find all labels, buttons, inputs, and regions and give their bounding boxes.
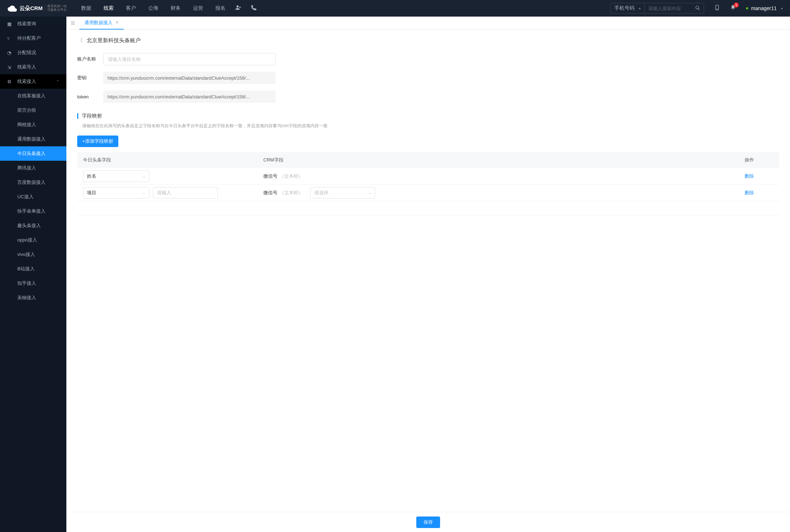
user-menu[interactable]: manager11 ▾: [746, 5, 783, 11]
th-toutiao: 今日头条字段: [83, 157, 263, 163]
sidebar-item[interactable]: ▦线索查询: [0, 17, 66, 31]
menu-icon: ▿: [7, 36, 13, 41]
main-nav: 数据线索客户公海财务运营报名: [81, 5, 225, 12]
menu-icon: ⚙: [7, 79, 13, 84]
section-header: 字段映射: [77, 113, 779, 119]
logo-subtitle: 教育机构一站 式服务云平台: [45, 5, 67, 12]
search-icon[interactable]: [692, 5, 704, 12]
chevron-down-icon: ▾: [781, 6, 783, 10]
chevron-down-icon: ⌄: [368, 191, 371, 195]
sidebar-subitem[interactable]: UC接入: [0, 190, 66, 204]
notification-badge: 5: [734, 3, 739, 8]
sidebar-subitem[interactable]: vivo接入: [0, 247, 66, 262]
nav-item[interactable]: 数据: [81, 5, 91, 12]
sidebar-toggle-icon[interactable]: [66, 21, 79, 26]
content: 〈 北京昱新科技头条账户 账户名称 密钥 https://crm.yunduoc…: [66, 30, 790, 512]
sidebar-item[interactable]: ⇲线索导入: [0, 60, 66, 74]
crm-field-value: 微信号: [263, 190, 277, 196]
sidebar-subitem[interactable]: 美柚接入: [0, 291, 66, 305]
table-header: 今日头条字段 CRM字段 操作: [77, 152, 779, 168]
secret-value: https://crm.yunduocrm.com/externalData/s…: [103, 72, 276, 84]
add-mapping-button[interactable]: +添加字段映射: [77, 136, 118, 147]
crm-field-value: 微信号: [263, 173, 277, 179]
token-value: https://crm.yunduocrm.com/externalData/s…: [103, 90, 276, 103]
main-area: 通用数据接入 ✕ 〈 北京昱新科技头条账户 账户名称 密钥 https://cr…: [66, 17, 790, 532]
sidebar-subitem[interactable]: 通用数据接入: [0, 132, 66, 146]
sidebar-item[interactable]: ◔分配情况: [0, 45, 66, 60]
crm-field-hint: （文本框）: [280, 173, 303, 179]
close-icon[interactable]: ✕: [115, 20, 119, 25]
phone-icon[interactable]: [251, 4, 257, 12]
table-row: 姓名 ⌄ 微信号（文本框） 删除: [77, 168, 779, 185]
top-header: 云朵CRM 教育机构一站 式服务云平台 数据线索客户公海财务运营报名 手机号码 …: [0, 0, 790, 17]
username: manager11: [751, 5, 777, 11]
sidebar-subitem[interactable]: 百度数据接入: [0, 175, 66, 190]
cloud-icon: [7, 3, 17, 13]
table-row: 项目 ⌄ 微信号（文本框） 请选择 ⌄ 删除: [77, 185, 779, 201]
page-title: 北京昱新科技头条账户: [87, 37, 141, 44]
nav-item[interactable]: 财务: [171, 5, 181, 12]
sidebar-item[interactable]: ⚙线索接入⌃: [0, 74, 66, 89]
toutiao-field-select[interactable]: 姓名 ⌄: [83, 170, 149, 182]
logo-text: 云朵CRM: [19, 5, 43, 12]
menu-icon: ⇲: [7, 65, 13, 70]
svg-point-0: [237, 5, 239, 8]
tab-active[interactable]: 通用数据接入 ✕: [79, 17, 124, 30]
tabs-bar: 通用数据接入 ✕: [66, 17, 790, 30]
section-tip: 请确保您在此填写的头条自定义字段名称与在今日头条平台中自定义的字段名称一致，并且…: [77, 123, 779, 129]
user-add-icon[interactable]: [235, 4, 241, 12]
search-group: 手机号码 ▾: [610, 3, 704, 14]
account-name-input[interactable]: [103, 53, 276, 65]
sidebar-subitem[interactable]: 留言分组: [0, 103, 66, 118]
search-type-select[interactable]: 手机号码 ▾: [611, 3, 645, 13]
chevron-up-icon: ⌃: [56, 80, 59, 84]
sidebar: ▦线索查询▿待分配客户◔分配情况⇲线索导入⚙线索接入⌃在线客服接入留言分组网校接…: [0, 17, 66, 532]
nav-item[interactable]: 报名: [215, 5, 225, 12]
nav-item[interactable]: 运营: [193, 5, 203, 12]
mobile-icon[interactable]: [714, 5, 720, 12]
toutiao-extra-input[interactable]: [153, 187, 218, 199]
back-icon[interactable]: 〈: [77, 37, 83, 44]
token-label: token: [77, 94, 103, 99]
crm-field-hint: （文本框）: [280, 190, 303, 196]
sidebar-item[interactable]: ▿待分配客户: [0, 31, 66, 45]
menu-icon: ▦: [7, 21, 13, 27]
chevron-down-icon: ⌄: [142, 191, 145, 195]
sidebar-subitem[interactable]: 今日头条接入: [0, 146, 66, 161]
sidebar-subitem[interactable]: oppo接入: [0, 233, 66, 247]
mapping-table: 今日头条字段 CRM字段 操作 姓名 ⌄ 微信号（文本框） 删除: [77, 152, 779, 216]
footer: 保存: [66, 512, 790, 532]
sidebar-subitem[interactable]: B站接入: [0, 262, 66, 276]
section-title: 字段映射: [82, 113, 102, 119]
chevron-down-icon: ⌄: [142, 174, 145, 178]
sidebar-subitem[interactable]: 腾讯接入: [0, 161, 66, 175]
search-input[interactable]: [645, 6, 692, 11]
nav-item[interactable]: 公海: [148, 5, 158, 12]
svg-point-3: [717, 9, 717, 9]
secret-label: 密钥: [77, 75, 103, 81]
account-name-label: 账户名称: [77, 56, 103, 62]
breadcrumb: 〈 北京昱新科技头条账户: [77, 37, 779, 44]
sidebar-subitem[interactable]: 快手表单接入: [0, 204, 66, 218]
svg-point-1: [696, 6, 699, 9]
th-crm: CRM字段: [263, 157, 745, 163]
sidebar-subitem[interactable]: 在线客服接入: [0, 89, 66, 103]
chevron-down-icon: ▾: [639, 6, 641, 10]
sidebar-subitem[interactable]: 趣头条接入: [0, 218, 66, 233]
delete-link[interactable]: 删除: [745, 190, 754, 195]
nav-item[interactable]: 线索: [104, 5, 114, 12]
nav-item[interactable]: 客户: [126, 5, 136, 12]
save-button[interactable]: 保存: [416, 517, 440, 528]
section-bar: [77, 113, 78, 119]
status-dot: [746, 7, 748, 9]
logo: 云朵CRM 教育机构一站 式服务云平台: [7, 3, 67, 13]
sidebar-subitem[interactable]: 知乎接入: [0, 276, 66, 291]
sidebar-subitem[interactable]: 网校接入: [0, 118, 66, 132]
crm-select[interactable]: 请选择 ⌄: [310, 187, 375, 199]
bell-icon[interactable]: 5: [730, 5, 736, 12]
delete-link[interactable]: 删除: [745, 173, 754, 179]
menu-icon: ◔: [7, 50, 13, 56]
toutiao-field-select[interactable]: 项目 ⌄: [83, 187, 149, 199]
th-action: 操作: [745, 157, 773, 163]
